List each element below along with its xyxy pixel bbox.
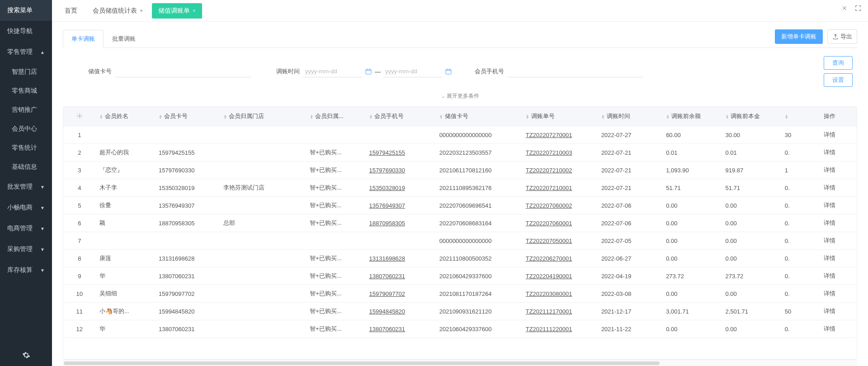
phone-link[interactable]: 13807060231	[369, 273, 406, 280]
cell-storeown: 智+已购买...	[306, 285, 365, 303]
order-link[interactable]: TZ202207210001	[526, 185, 572, 191]
cell-idx: 3	[63, 162, 96, 179]
sidebar-group-小畅电商[interactable]: 小畅电商▼	[0, 197, 52, 218]
detail-link[interactable]: 详情	[803, 285, 857, 303]
cell-storecard: 2021110895362176	[436, 179, 522, 197]
fullscreen-icon[interactable]	[854, 5, 862, 12]
horizontal-scrollbar[interactable]	[63, 360, 857, 366]
phone-link[interactable]: 15979425155	[369, 149, 406, 156]
order-link[interactable]: TZ202204190001	[526, 273, 572, 280]
detail-link[interactable]: 详情	[803, 250, 857, 267]
phone-link[interactable]: 18870958305	[369, 220, 406, 227]
filter-date-to[interactable]	[383, 66, 442, 77]
sidebar-search-menu[interactable]: 搜索菜单	[0, 0, 52, 21]
th-调账前本金[interactable]: ▲▼调账前本金	[722, 107, 781, 126]
th-调账单号[interactable]: ▲▼调账单号	[522, 107, 598, 126]
th-会员归属门店[interactable]: ▲▼会员归属门店	[220, 107, 306, 126]
query-button[interactable]: 查询	[824, 56, 853, 70]
calendar-icon[interactable]	[365, 68, 372, 75]
settings-button[interactable]: 设置	[824, 73, 853, 87]
order-link[interactable]: TZ202207060001	[526, 220, 572, 227]
close-icon[interactable]	[841, 5, 848, 12]
sidebar-group-库存核算[interactable]: 库存核算▼	[0, 260, 52, 280]
subtab-单卡调账[interactable]: 单卡调账	[63, 30, 104, 48]
order-link[interactable]: TZ202203080001	[526, 290, 572, 297]
subtab-批量调账[interactable]: 批量调账	[104, 30, 144, 48]
cell-extra: 0.	[781, 179, 803, 197]
detail-link[interactable]: 详情	[803, 303, 857, 320]
scrollbar-thumb[interactable]	[64, 361, 660, 365]
phone-link[interactable]: 13576949307	[369, 202, 406, 209]
table-row: 8康莲13131698628智+已购买...131316986282021110…	[63, 250, 857, 267]
detail-link[interactable]: 详情	[803, 179, 857, 197]
cell-extra: 0.	[781, 320, 803, 338]
filter-phone-input[interactable]	[508, 66, 643, 77]
sidebar-group-批发管理[interactable]: 批发管理▼	[0, 176, 52, 197]
cell-orderno: TZ202203080001	[522, 285, 598, 303]
phone-link[interactable]: 13131698628	[369, 255, 406, 262]
expand-more-filters[interactable]: ⌄展开更多条件	[63, 90, 857, 106]
tab-close-icon[interactable]: ×	[140, 8, 143, 14]
export-button[interactable]: 导出	[827, 29, 857, 44]
tab-close-icon[interactable]: ×	[193, 8, 196, 14]
th-储值卡号[interactable]: ▲▼储值卡号	[436, 107, 522, 126]
filter-cardno-input[interactable]	[115, 66, 251, 77]
svg-point-2	[79, 115, 80, 117]
sidebar-sub-基础信息[interactable]: 基础信息	[0, 157, 52, 176]
th-会员卡号[interactable]: ▲▼会员卡号	[155, 107, 220, 126]
cell-time: 2021-11-22	[598, 320, 662, 338]
sidebar-sub-智慧门店[interactable]: 智慧门店	[0, 62, 52, 81]
sidebar-sub-会员中心[interactable]: 会员中心	[0, 119, 52, 138]
th-调账前余额[interactable]: ▲▼调账前余额	[662, 107, 722, 126]
phone-link[interactable]: 15350328019	[369, 185, 406, 191]
order-link[interactable]: TZ202207050001	[526, 238, 572, 244]
detail-link[interactable]: 详情	[803, 126, 857, 144]
order-link[interactable]: TZ202207210002	[526, 167, 572, 174]
add-single-button[interactable]: 新增单卡调账	[775, 29, 823, 44]
detail-link[interactable]: 详情	[803, 197, 857, 214]
th-会员手机号[interactable]: ▲▼会员手机号	[366, 107, 436, 126]
order-link[interactable]: TZ202207060002	[526, 202, 572, 209]
tab-会员储值统计表[interactable]: 会员储值统计表×	[86, 3, 149, 19]
order-link[interactable]: TZ202111220001	[526, 326, 572, 333]
detail-link[interactable]: 详情	[803, 162, 857, 179]
cell-time: 2022-07-27	[598, 126, 662, 144]
detail-link[interactable]: 详情	[803, 267, 857, 285]
detail-link[interactable]: 详情	[803, 320, 857, 338]
sidebar-group-零售管理[interactable]: 零售管理▲	[0, 42, 52, 62]
sidebar-sub-营销推广[interactable]: 营销推广	[0, 100, 52, 119]
cell-time: 2022-07-21	[598, 179, 662, 197]
sidebar-quick-nav[interactable]: 快捷导航	[0, 21, 52, 42]
filter-date-from[interactable]	[303, 66, 362, 77]
sidebar-settings[interactable]	[0, 346, 52, 366]
order-link[interactable]: TZ202207210003	[526, 149, 572, 156]
sidebar-sub-零售商城[interactable]: 零售商城	[0, 81, 52, 100]
cell-storecard: 0000000000000000	[436, 126, 522, 144]
th-extra[interactable]: ▲▼	[781, 107, 803, 126]
th-调账时间[interactable]: ▲▼调账时间	[598, 107, 662, 126]
order-link[interactable]: TZ202112170001	[526, 308, 572, 315]
sidebar-group-采购管理[interactable]: 采购管理▼	[0, 239, 52, 260]
phone-link[interactable]: 15979097702	[369, 290, 406, 297]
phone-link[interactable]: 15994845820	[369, 308, 406, 315]
th-gear[interactable]	[63, 107, 96, 126]
cell-storecard: 2021061170812160	[436, 162, 522, 179]
sidebar-group-电商管理[interactable]: 电商管理▼	[0, 218, 52, 239]
detail-link[interactable]: 详情	[803, 214, 857, 232]
cell-idx: 5	[63, 197, 96, 214]
phone-link[interactable]: 13807060231	[369, 326, 406, 333]
order-link[interactable]: TZ202206270001	[526, 255, 572, 262]
tab-储值调账单[interactable]: 储值调账单×	[152, 3, 202, 19]
sidebar-sub-零售统计[interactable]: 零售统计	[0, 138, 52, 157]
th-会员姓名[interactable]: ▲▼会员姓名	[96, 107, 155, 126]
phone-link[interactable]: 15797690330	[369, 167, 406, 174]
cell-prebal: 3,001.71	[662, 303, 722, 320]
calendar-icon[interactable]	[445, 68, 452, 75]
detail-link[interactable]: 详情	[803, 232, 857, 250]
tab-首页[interactable]: 首页	[58, 3, 84, 19]
th-会员归属...[interactable]: ▲▼会员归属...	[306, 107, 365, 126]
cell-prebal: 51.71	[662, 179, 722, 197]
cell-name: 徐量	[96, 197, 155, 214]
order-link[interactable]: TZ202207270001	[526, 132, 572, 138]
detail-link[interactable]: 详情	[803, 144, 857, 162]
